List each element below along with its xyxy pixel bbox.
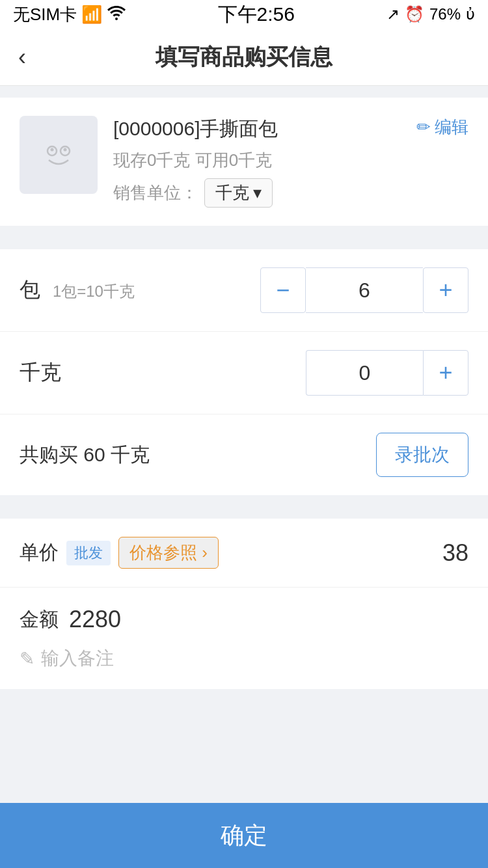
quantity-input-kg[interactable] — [306, 350, 423, 396]
total-row: 共购买 60 千克 录批次 — [0, 414, 488, 495]
price-left: 单价 批发 价格参照 › — [20, 537, 219, 569]
quantity-label-bao: 包 1包=10千克 — [20, 276, 150, 305]
product-info: [0000006]手撕面包 现存0千克 可用0千克 销售单位： 千克 ▾ — [113, 116, 468, 208]
price-section: 单价 批发 价格参照 › 38 — [0, 519, 488, 588]
price-row: 单价 批发 价格参照 › 38 — [20, 537, 468, 569]
separator-1 — [0, 86, 488, 98]
edit-icon: ✏ — [416, 117, 431, 137]
nav-bar: ‹ 填写商品购买信息 — [0, 29, 488, 86]
back-button[interactable]: ‹ — [18, 44, 26, 71]
amount-section: 金额 2280 ✎ 输入备注 — [0, 588, 488, 689]
product-stock: 现存0千克 可用0千克 — [113, 149, 468, 172]
confirm-label: 确定 — [221, 820, 267, 852]
remark-row[interactable]: ✎ 输入备注 — [20, 646, 468, 671]
unit-value: 千克 — [215, 182, 249, 204]
product-name: [0000006]手撕面包 — [113, 116, 468, 142]
price-label: 单价 — [20, 539, 59, 566]
status-carrier: 无SIM卡 📶 — [13, 3, 126, 26]
separator-2 — [0, 237, 488, 249]
quantity-controls-bao: − + — [260, 267, 468, 313]
record-batch-button[interactable]: 录批次 — [376, 433, 468, 477]
separator-3 — [0, 507, 488, 519]
quantity-section: 包 1包=10千克 − + 千克 + — [0, 249, 488, 414]
remark-placeholder: 输入备注 — [41, 646, 114, 671]
price-ref-button[interactable]: 价格参照 › — [118, 537, 219, 569]
amount-value: 2280 — [69, 606, 121, 633]
wifi-icon — [107, 5, 126, 25]
quantity-input-bao[interactable] — [306, 267, 423, 313]
minus-button-bao[interactable]: − — [260, 267, 306, 313]
page-title: 填写商品购买信息 — [156, 42, 332, 72]
price-ref-label: 价格参照 › — [129, 541, 208, 564]
amount-label: 金额 — [20, 606, 59, 633]
quantity-hint-bao: 1包=10千克 — [53, 282, 135, 300]
unit-label: 销售单位： — [113, 182, 198, 204]
quantity-label-kg: 千克 — [20, 359, 150, 387]
confirm-button[interactable]: 确定 — [0, 803, 488, 868]
product-logo-icon — [39, 135, 78, 174]
alarm-icon: ⏰ — [405, 5, 424, 23]
status-bar: 无SIM卡 📶 下午2:56 ↗ ⏰ 76% ὐ‍ — [0, 0, 488, 29]
product-image — [20, 116, 98, 194]
edit-button[interactable]: ✏ 编辑 — [416, 116, 468, 139]
price-value: 38 — [442, 539, 468, 567]
battery-text: 76% — [429, 5, 461, 23]
total-label: 共购买 60 千克 — [20, 442, 150, 468]
svg-point-2 — [51, 148, 54, 152]
quantity-row-bao: 包 1包=10千克 − + — [0, 249, 488, 332]
status-right-group: ↗ ⏰ 76% ὐ‍ — [386, 5, 475, 23]
batch-tag: 批发 — [66, 541, 111, 565]
plus-button-kg[interactable]: + — [423, 350, 468, 396]
chevron-down-icon: ▾ — [253, 183, 262, 203]
remark-icon: ✎ — [20, 648, 34, 670]
quantity-controls-kg: + — [306, 350, 468, 396]
status-time: 下午2:56 — [218, 1, 295, 28]
edit-label: 编辑 — [435, 116, 468, 139]
plus-button-bao[interactable]: + — [423, 267, 468, 313]
unit-select[interactable]: 千克 ▾ — [204, 178, 273, 208]
svg-point-3 — [64, 148, 67, 152]
product-card: [0000006]手撕面包 现存0千克 可用0千克 销售单位： 千克 ▾ ✏ 编… — [0, 98, 488, 226]
product-unit-row: 销售单位： 千克 ▾ — [113, 178, 468, 208]
battery-icon: ὐ‍ — [466, 5, 475, 23]
carrier-text: 无SIM卡 📶 — [13, 3, 102, 26]
location-icon: ↗ — [386, 5, 400, 23]
amount-row: 金额 2280 — [20, 606, 468, 633]
quantity-row-kg: 千克 + — [0, 332, 488, 414]
